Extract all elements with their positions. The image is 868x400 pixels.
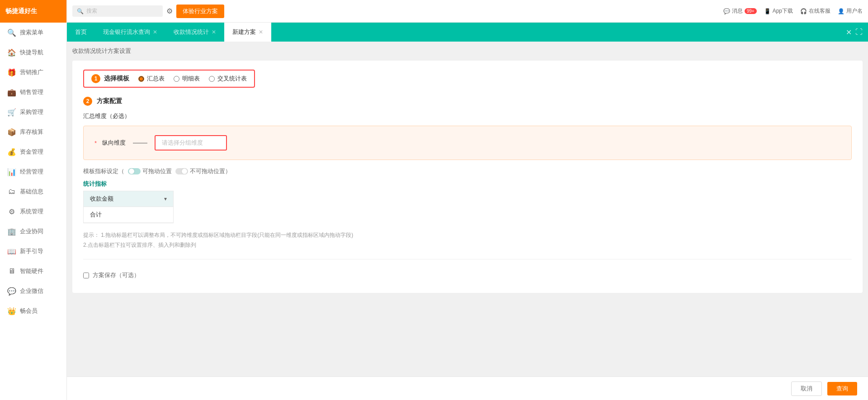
step1-section: 1 选择模板 汇总表 明细表 [83,70,852,88]
radio-summary-input[interactable] [138,76,144,82]
tab-new-plan[interactable]: 新建方案 ✕ [224,23,271,42]
tab-cashbank-label: 现金银行流水查询 [103,28,150,36]
logo-text: 畅捷通好生 [5,7,37,15]
sidebar-item-quick-nav[interactable]: 🏠 快捷导航 [0,42,66,62]
sidebar-item-sys-mgmt[interactable]: ⚙ 系统管理 [0,202,66,221]
radio-cross-label: 交叉统计表 [217,75,247,83]
sidebar-item-operations[interactable]: 📊 经营管理 [0,162,66,182]
step2-num: 2 [83,97,92,106]
topbar-actions: 💬 消息 99+ 📱 App下载 🎧 在线客服 👤 用户名 [723,7,863,15]
sidebar-item-sales[interactable]: 💼 销售管理 [0,82,66,102]
search-icon: 🔍 [77,8,84,14]
dim-row-label: 纵向维度 [102,139,126,147]
sidebar-item-wechat[interactable]: 💬 企业微信 [0,281,66,301]
app-download-action[interactable]: 📱 App下载 [764,7,793,15]
dimension-area: * 纵向维度 —— 请选择分组维度 [83,126,852,160]
tab-collection-close[interactable]: ✕ [212,29,216,35]
tabs-right-actions: ✕ ⛶ [846,28,868,37]
search-bar[interactable]: 🔍 搜索 [72,5,163,17]
draggable-legend: 可拖动位置 [128,167,172,175]
step2-header: 2 方案配置 [83,97,852,106]
radio-cross[interactable]: 交叉统计表 [209,75,247,83]
col-header-text: 收款金额 [90,195,113,203]
radio-detail-input[interactable] [174,76,179,82]
search-placeholder: 搜索 [86,7,97,15]
sidebar-item-marketing[interactable]: 🎁 营销推广 [0,62,66,82]
content-area: 收款情况统计方案设置 1 选择模板 [67,42,868,376]
radio-summary-label: 汇总表 [147,75,165,83]
sidebar-item-label: 经营管理 [20,168,43,176]
search-menu-icon: 🔍 [7,28,16,37]
tab-cashbank-close[interactable]: ✕ [153,29,157,35]
non-draggable-legend: 不可拖动位置） [175,167,231,175]
sidebar-item-inventory[interactable]: 📦 库存核算 [0,122,66,142]
sidebar-item-label: 库存核算 [20,128,43,136]
arrow-icon: —— [133,139,147,147]
sidebar-item-base-info[interactable]: 🗂 基础信息 [0,182,66,202]
footer: 取消 查询 [67,376,868,400]
tab-collection[interactable]: 收款情况统计 ✕ [165,23,224,42]
non-draggable-text: 不可拖动位置） [190,167,231,175]
sidebar-item-smart-hw[interactable]: 🖥 智能硬件 [0,261,66,281]
metrics-col-header[interactable]: 收款金额 ▾ [84,191,173,207]
sidebar-item-label: 企业协同 [20,227,43,235]
tab-new-plan-label: 新建方案 [232,28,256,36]
sidebar-item-search-menu[interactable]: 🔍 搜索菜单 [0,23,66,42]
form-panel: 1 选择模板 汇总表 明细表 [72,61,863,293]
radio-summary[interactable]: 汇总表 [138,75,165,83]
metrics-title-text: 模板指标设定（ [83,167,124,175]
dim-select-placeholder: 请选择分组维度 [162,139,203,146]
inventory-icon: 📦 [7,127,16,136]
draggable-text: 可拖动位置 [142,167,172,175]
tab-cashbank[interactable]: 现金银行流水查询 ✕ [95,23,165,42]
sidebar-item-label: 基础信息 [20,188,43,196]
sidebar-item-label: 销售管理 [20,88,43,96]
quick-nav-icon: 🏠 [7,48,16,57]
dim-section-label: 汇总维度（必选） [83,112,852,120]
gear-icon[interactable]: ⚙ [166,7,173,15]
smart-hw-icon: 🖥 [7,267,16,276]
metrics-stats-block: 统计指标 收款金额 ▾ 合计 [83,180,174,223]
main-area: 🔍 搜索 ⚙ 体验行业方案 💬 消息 99+ 📱 App下载 🎧 在线客服 👤 … [67,0,868,400]
user-avatar: 👤 [838,8,844,14]
dim-select[interactable]: 请选择分组维度 [155,135,227,151]
divider [83,259,852,259]
tips-section: 提示： 1.拖动标题栏可以调整布局，不可跨维度或指标区域拖动栏目字段(只能在同一… [83,231,852,250]
query-button[interactable]: 查询 [827,382,857,395]
sidebar-logo: 畅捷通好生 [0,0,66,23]
sidebar-item-purchase[interactable]: 🛒 采购管理 [0,102,66,122]
purchase-icon: 🛒 [7,108,16,117]
tab-collection-label: 收款情况统计 [174,28,209,36]
metrics-cell-total: 合计 [84,207,173,223]
dropdown-icon[interactable]: ▾ [164,196,167,202]
message-action[interactable]: 💬 消息 99+ [723,7,757,15]
message-icon: 💬 [723,8,730,14]
operations-icon: 📊 [7,167,16,176]
message-badge: 99+ [745,8,757,14]
tab-new-plan-close[interactable]: ✕ [259,29,263,35]
sidebar-item-label: 快捷导航 [20,48,43,56]
sidebar-item-member[interactable]: 👑 畅会员 [0,301,66,321]
user-action[interactable]: 👤 用户名 [838,7,863,15]
sidebar-item-enterprise[interactable]: 🏢 企业协同 [0,221,66,241]
radio-cross-input[interactable] [209,76,215,82]
save-checkbox[interactable] [83,273,89,278]
sidebar-item-finance[interactable]: 💰 资金管理 [0,142,66,162]
page-title: 收款情况统计方案设置 [72,47,863,55]
dimension-row: * 纵向维度 —— 请选择分组维度 [94,135,840,151]
online-service-action[interactable]: 🎧 在线客服 [800,7,830,15]
industry-btn[interactable]: 体验行业方案 [176,5,224,18]
step1-label: 选择模板 [104,75,129,83]
step2-section: 2 方案配置 汇总维度（必选） * 纵向维度 —— 请选 [83,97,852,250]
topbar: 🔍 搜索 ⚙ 体验行业方案 💬 消息 99+ 📱 App下载 🎧 在线客服 👤 … [67,0,868,23]
maximize-icon[interactable]: ⛶ [855,28,863,36]
sidebar: 畅捷通好生 🔍 搜索菜单 🏠 快捷导航 🎁 营销推广 💼 销售管理 🛒 采购管理… [0,0,67,400]
radio-detail[interactable]: 明细表 [174,75,200,83]
stats-label: 统计指标 [83,180,174,188]
tab-home[interactable]: 首页 [67,28,95,36]
cancel-button[interactable]: 取消 [791,381,822,396]
radio-detail-label: 明细表 [182,75,200,83]
sidebar-item-label: 企业微信 [20,287,43,295]
close-window-icon[interactable]: ✕ [846,28,852,37]
sidebar-item-newbie[interactable]: 📖 新手引导 [0,241,66,261]
